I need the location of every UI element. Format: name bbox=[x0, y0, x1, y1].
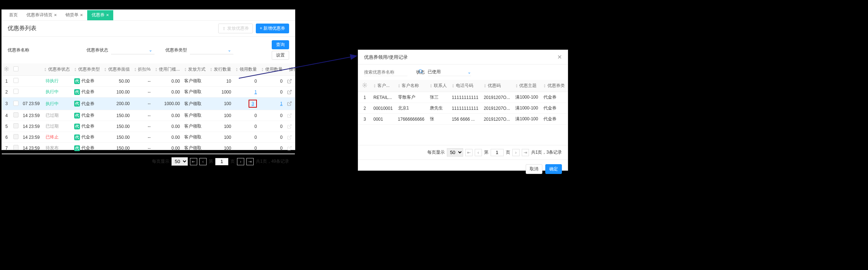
table-scroll[interactable]: 优惠券状态 优惠券类型 优惠券面值 折扣% 使用门槛... 发放方式 发行数量 … bbox=[2, 63, 295, 154]
close-icon[interactable]: ✕ bbox=[80, 13, 83, 17]
usage-table: 客户... 客户名称 联系人 电话号码 优惠码 优惠主题 优惠券类 1RETAI… bbox=[358, 80, 568, 125]
status-dropdown[interactable]: 已使用 ⌄ bbox=[428, 68, 471, 76]
close-icon[interactable]: ✕ bbox=[106, 13, 109, 17]
sort-icon[interactable] bbox=[44, 67, 47, 72]
voucher-icon: 代 bbox=[74, 101, 80, 107]
gear-icon[interactable] bbox=[362, 83, 367, 88]
voucher-icon: 代 bbox=[74, 78, 80, 84]
row-checkbox[interactable] bbox=[13, 89, 18, 94]
first-page-button[interactable]: ⇤ bbox=[465, 149, 473, 156]
sort-icon[interactable] bbox=[484, 84, 486, 88]
voucher-icon: 代 bbox=[74, 134, 80, 140]
tab-label: 优惠券 bbox=[92, 12, 105, 18]
last-page-button[interactable]: ⇥ bbox=[522, 149, 529, 156]
header-actions: ⇪ 发放优惠券 + 新增优惠券 bbox=[218, 24, 289, 33]
table-row[interactable]: 414 23:59已过期代代金券150.00--0.00客户领取10000 bbox=[2, 110, 295, 121]
dialog-table-scroll[interactable]: 客户... 客户名称 联系人 电话号码 优惠码 优惠主题 优惠券类 1RETAI… bbox=[358, 80, 568, 145]
table-row[interactable]: 1待执行代代金券50.00--0.00客户领取1000 bbox=[2, 76, 295, 87]
table-row[interactable]: 2执行中代代金券100.00--0.00客户领取100010 bbox=[2, 87, 295, 97]
search-input[interactable] bbox=[364, 70, 418, 75]
search-button[interactable]: 查询 bbox=[272, 40, 289, 49]
last-page-button[interactable]: ⇥ bbox=[246, 158, 254, 165]
sort-icon[interactable] bbox=[430, 84, 432, 88]
select-all-checkbox[interactable] bbox=[13, 66, 18, 71]
tab-label: 优惠券详情页 bbox=[26, 12, 52, 18]
coupon-name-input[interactable] bbox=[32, 46, 76, 54]
sort-icon[interactable] bbox=[261, 67, 264, 72]
cancel-button[interactable]: 取消 bbox=[526, 164, 542, 174]
table-row[interactable]: 614 23:59已终止代代金券150.00--0.00客户领取10000 bbox=[2, 132, 295, 143]
svg-line-21 bbox=[289, 124, 291, 126]
row-actions bbox=[287, 90, 295, 95]
external-link-icon bbox=[287, 113, 292, 118]
svg-point-0 bbox=[6, 68, 7, 70]
type-select[interactable]: ⌄ bbox=[190, 46, 233, 54]
tab[interactable]: 优惠券详情页✕ bbox=[22, 10, 61, 20]
prev-page-button[interactable]: ‹ bbox=[199, 158, 207, 165]
claim-link[interactable]: 3 bbox=[251, 101, 254, 106]
tab-label: 销货单 bbox=[65, 12, 79, 18]
table-row[interactable]: 3000117666666666张156 6666 ...20191207O..… bbox=[358, 114, 568, 125]
svg-line-26 bbox=[289, 135, 291, 137]
external-link-icon[interactable] bbox=[287, 79, 292, 84]
coupon-type: 代代金券 bbox=[74, 112, 94, 119]
sort-icon[interactable] bbox=[155, 67, 157, 72]
sort-icon[interactable] bbox=[184, 67, 187, 72]
settings-button[interactable]: 设置 bbox=[272, 51, 289, 60]
page-input[interactable] bbox=[491, 149, 504, 156]
row-checkbox[interactable] bbox=[13, 78, 18, 83]
claim-link[interactable]: 1 bbox=[254, 90, 257, 95]
ok-button[interactable]: 确定 bbox=[545, 164, 562, 174]
external-link-icon[interactable] bbox=[287, 90, 292, 95]
coupon-type: 代代金券 bbox=[74, 89, 94, 95]
sort-icon[interactable] bbox=[210, 67, 212, 72]
table-row[interactable]: 307 23:59执行中代代金券200.00--1000.00客户领取10031 bbox=[2, 97, 295, 110]
close-icon[interactable]: ✕ bbox=[54, 13, 57, 17]
tab[interactable]: 销货单✕ bbox=[61, 10, 87, 20]
sort-icon[interactable] bbox=[543, 84, 546, 88]
status-badge: 执行中 bbox=[44, 89, 60, 95]
sort-icon[interactable] bbox=[373, 84, 376, 88]
tab[interactable]: 优惠券✕ bbox=[87, 10, 113, 20]
sort-icon[interactable] bbox=[74, 67, 77, 72]
table-row[interactable]: 1RETAIL...零散客户张三1111111111120191207O...满… bbox=[358, 92, 568, 103]
external-link-icon bbox=[287, 135, 292, 140]
external-link-icon bbox=[287, 124, 292, 129]
page-size-select[interactable]: 50 bbox=[447, 148, 463, 157]
row-actions bbox=[287, 124, 295, 129]
page-size-select[interactable]: 50 bbox=[172, 157, 188, 166]
status-badge: 待执行 bbox=[44, 78, 60, 84]
sort-icon[interactable] bbox=[134, 67, 137, 72]
sort-icon[interactable] bbox=[452, 84, 454, 88]
table-row[interactable]: 200010001北京1唐先生1111111111120191207O...满1… bbox=[358, 103, 568, 114]
table-row[interactable]: 714 23:59待发布代代金券150.00--0.00客户领取10000 bbox=[2, 143, 295, 154]
voucher-icon: 代 bbox=[74, 89, 80, 95]
svg-line-31 bbox=[289, 146, 291, 148]
distribute-coupon-button[interactable]: ⇪ 发放优惠券 bbox=[218, 24, 253, 33]
prev-page-button[interactable]: ‹ bbox=[475, 149, 482, 156]
next-page-button[interactable]: › bbox=[237, 158, 244, 165]
first-page-button[interactable]: ⇤ bbox=[190, 158, 197, 165]
row-checkbox[interactable] bbox=[13, 101, 18, 106]
chevron-down-icon: ⌄ bbox=[149, 47, 152, 53]
page-input[interactable] bbox=[215, 158, 228, 165]
external-link-icon[interactable] bbox=[287, 101, 292, 106]
sort-icon[interactable] bbox=[398, 84, 401, 88]
status-badge: 已过期 bbox=[44, 123, 60, 129]
next-page-button[interactable]: › bbox=[512, 149, 520, 156]
sort-icon[interactable] bbox=[515, 84, 518, 88]
status-badge: 待发布 bbox=[44, 145, 60, 151]
tab-label: 首页 bbox=[9, 12, 18, 18]
use-link[interactable]: 1 bbox=[280, 101, 283, 106]
table-row[interactable]: 514 23:59已过期代代金券150.00--0.00客户领取10000 bbox=[2, 121, 295, 132]
sort-icon[interactable] bbox=[236, 67, 238, 72]
dialog-filters: 状态 已使用 ⌄ bbox=[358, 65, 568, 80]
voucher-icon: 代 bbox=[74, 145, 80, 151]
filter-name: 优惠券名称 bbox=[8, 46, 76, 54]
tab[interactable]: 首页 bbox=[5, 10, 22, 20]
close-icon[interactable]: ✕ bbox=[557, 54, 562, 61]
gear-icon[interactable] bbox=[4, 66, 9, 71]
status-select[interactable]: ⌄ bbox=[111, 46, 154, 54]
add-coupon-button[interactable]: + 新增优惠券 bbox=[256, 24, 289, 33]
sort-icon[interactable] bbox=[104, 67, 107, 72]
